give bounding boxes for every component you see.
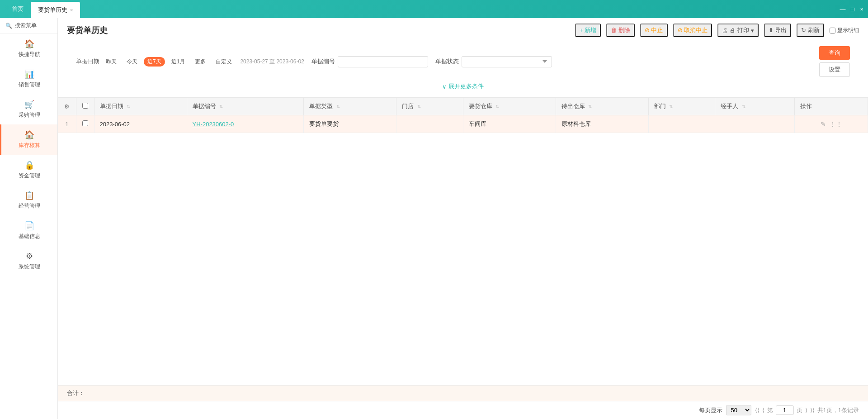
row-handler xyxy=(715,115,795,133)
expand-more-label: 展开更多条件 xyxy=(448,82,484,90)
stop-button[interactable]: ⊘ 中止 xyxy=(640,24,668,37)
prev-page-icon[interactable]: ⟨ xyxy=(762,407,764,414)
page-input[interactable] xyxy=(776,405,794,415)
tab-list: 首页 要货单历史 × xyxy=(5,0,840,18)
new-button[interactable]: + 新增 xyxy=(575,24,601,37)
sort-pend-wh-icon: ⇅ xyxy=(588,104,592,109)
sidebar-item-finance-mgmt[interactable]: 🔒 资金管理 xyxy=(0,155,57,185)
chart-icon: 📊 xyxy=(24,69,34,79)
cancel-stop-button[interactable]: ⊘ 取消中止 xyxy=(673,24,712,37)
top-bar: 首页 要货单历史 × — □ × xyxy=(0,0,868,18)
page-title-bar: 要货单历史 + 新增 🗑 删除 ⊘ 中止 ⊘ 取消中止 🖨 🖨 打印 ▾ ⬆ 导… xyxy=(67,24,859,37)
doc-number-label: 单据编号 xyxy=(311,57,335,66)
col-number[interactable]: 单据编号 ⇅ xyxy=(187,98,304,115)
shortcut-custom[interactable]: 自定义 xyxy=(212,57,236,67)
window-minimize-icon[interactable]: — xyxy=(840,6,846,13)
sidebar-item-sales-mgmt[interactable]: 📊 销售管理 xyxy=(0,64,57,94)
row-department xyxy=(648,115,715,133)
query-button[interactable]: 查询 xyxy=(819,46,850,60)
table-row: 1 2023-06-02 YH-20230602-0 要货单要货 车间库 原材料… xyxy=(58,115,868,133)
filter-date: 单据日期 昨天 今天 近7天 近1月 更多 自定义 2023-05-27 至 2… xyxy=(76,57,304,67)
expand-more[interactable]: ∨ 展开更多条件 xyxy=(76,81,850,92)
search-icon: 🔍 xyxy=(5,23,12,29)
shortcut-7days[interactable]: 近7天 xyxy=(144,57,165,67)
lock-icon: 🔒 xyxy=(24,160,34,170)
sidebar-search[interactable]: 🔍 搜索菜单 xyxy=(0,18,57,33)
print-button[interactable]: 🖨 🖨 打印 ▾ xyxy=(717,24,759,37)
col-handler[interactable]: 经手人 ⇅ xyxy=(715,98,795,115)
tab-requisition-history[interactable]: 要货单历史 × xyxy=(31,2,80,18)
tab-home[interactable]: 首页 xyxy=(5,0,31,18)
col-settings[interactable]: ⚙ xyxy=(58,98,76,115)
page-header: 要货单历史 + 新增 🗑 删除 ⊘ 中止 ⊘ 取消中止 🖨 🖨 打印 ▾ ⬆ 导… xyxy=(58,18,868,98)
col-type[interactable]: 单据类型 ⇅ xyxy=(304,98,396,115)
sidebar-item-basic-info[interactable]: 📄 基础信息 xyxy=(0,215,57,246)
row-store xyxy=(396,115,463,133)
gear-icon: ⚙ xyxy=(26,251,33,261)
row-checkbox-cell[interactable] xyxy=(76,115,94,133)
sort-store-icon: ⇅ xyxy=(417,104,421,109)
clipboard-icon: 📋 xyxy=(24,190,34,200)
delete-button[interactable]: 🗑 删除 xyxy=(606,24,635,37)
export-button[interactable]: ⬆ 导出 xyxy=(764,24,792,37)
sort-req-wh-icon: ⇅ xyxy=(495,104,499,109)
show-detail-input[interactable] xyxy=(830,28,835,33)
sidebar-item-basic-label: 基础信息 xyxy=(19,233,40,240)
sidebar-item-quick-nav[interactable]: 🏠 快捷导航 xyxy=(0,33,57,64)
col-store[interactable]: 门店 ⇅ xyxy=(396,98,463,115)
edit-icon[interactable]: ✎ xyxy=(821,120,826,128)
table-footer: 合计： xyxy=(58,385,868,401)
summary-label: 合计： xyxy=(67,389,85,397)
cart-icon: 🛒 xyxy=(24,100,34,110)
window-maximize-icon[interactable]: □ xyxy=(851,6,855,13)
last-page-icon[interactable]: ⟩⟩ xyxy=(810,407,815,414)
page-nav: ⟨⟨ ⟨ 第 页 ⟩ ⟩⟩ 共1页，1条记录 xyxy=(755,405,859,415)
col-action: 操作 xyxy=(795,98,868,115)
show-detail-checkbox[interactable]: 显示明细 xyxy=(830,27,859,34)
shortcut-1month[interactable]: 近1月 xyxy=(168,57,189,67)
sidebar-item-inventory[interactable]: 🏠 库存核算 xyxy=(0,124,57,155)
sidebar-item-operations-mgmt[interactable]: 📋 经营管理 xyxy=(0,185,57,215)
filter-doc-status: 单据状态 xyxy=(435,56,552,67)
sidebar-item-system-mgmt[interactable]: ⚙ 系统管理 xyxy=(0,246,57,276)
filter-actions: 查询 设置 xyxy=(819,46,850,77)
more-icon[interactable]: ⋮⋮ xyxy=(830,120,842,128)
page-title: 要货单历史 xyxy=(67,25,108,36)
tab-home-label: 首页 xyxy=(12,0,24,18)
settings-button[interactable]: 设置 xyxy=(819,62,850,77)
inventory-icon: 🏠 xyxy=(24,130,34,140)
per-page-select[interactable]: 50 100 200 xyxy=(726,405,751,415)
row-number: YH-20230602-0 xyxy=(187,115,304,133)
sidebar-item-system-label: 系统管理 xyxy=(19,263,40,271)
shortcut-today[interactable]: 今天 xyxy=(123,57,141,67)
content-area: 要货单历史 + 新增 🗑 删除 ⊘ 中止 ⊘ 取消中止 🖨 🖨 打印 ▾ ⬆ 导… xyxy=(58,18,868,419)
col-pending-warehouse[interactable]: 待出仓库 ⇅ xyxy=(556,98,648,115)
refresh-button[interactable]: ↻ 刷新 xyxy=(797,24,824,37)
filter-row-1: 单据日期 昨天 今天 近7天 近1月 更多 自定义 2023-05-27 至 2… xyxy=(76,46,850,77)
select-all-checkbox[interactable] xyxy=(82,103,88,109)
page-label: 页 xyxy=(797,406,802,414)
doc-number-input[interactable] xyxy=(338,56,428,67)
window-close-icon[interactable]: × xyxy=(860,6,863,13)
col-req-warehouse[interactable]: 要货仓库 ⇅ xyxy=(463,98,556,115)
col-checkbox[interactable] xyxy=(76,98,94,115)
chevron-down-icon: ∨ xyxy=(442,83,447,90)
sidebar-item-inventory-label: 库存核算 xyxy=(19,142,40,149)
tab-requisition-label: 要货单历史 xyxy=(38,1,67,19)
top-bar-right: — □ × xyxy=(840,6,863,13)
row-index: 1 xyxy=(58,115,76,133)
doc-status-select[interactable] xyxy=(462,56,552,67)
row-checkbox[interactable] xyxy=(82,120,88,126)
col-date[interactable]: 单据日期 ⇅ xyxy=(94,98,187,115)
sidebar-item-purchase-mgmt[interactable]: 🛒 采购管理 xyxy=(0,94,57,124)
first-page-icon[interactable]: ⟨⟨ xyxy=(755,407,760,414)
sidebar: 🔍 搜索菜单 🏠 快捷导航 📊 销售管理 🛒 采购管理 🏠 库存核算 🔒 资金管… xyxy=(0,18,58,419)
sort-number-icon: ⇅ xyxy=(219,104,223,109)
tab-close-icon[interactable]: × xyxy=(70,1,73,19)
doc-number-link[interactable]: YH-20230602-0 xyxy=(193,121,234,128)
shortcut-more[interactable]: 更多 xyxy=(191,57,209,67)
next-page-icon[interactable]: ⟩ xyxy=(805,407,807,414)
shortcut-yesterday[interactable]: 昨天 xyxy=(102,57,120,67)
row-actions: ✎ ⋮⋮ xyxy=(795,115,868,133)
col-department[interactable]: 部门 ⇅ xyxy=(648,98,715,115)
